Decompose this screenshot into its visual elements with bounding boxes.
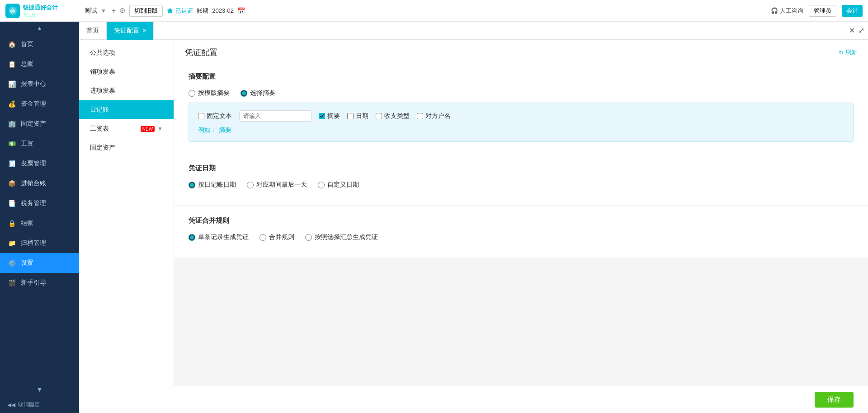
- logo-area: 会 畅捷通好会计 专业版: [5, 4, 85, 18]
- salary-icon: 💵: [7, 139, 16, 148]
- radio-merge-rule-input[interactable]: [259, 234, 266, 241]
- new-badge: NEW: [141, 126, 155, 132]
- sidebar-item-home[interactable]: 🏠 首页: [0, 34, 79, 54]
- admin-button[interactable]: 管理员: [809, 5, 836, 17]
- close-account-icon: 🔒: [7, 219, 16, 228]
- sidebar: ▲ 🏠 首页 📋 总账 📊 报表中心 💰 资金管理: [0, 22, 79, 413]
- tab-home[interactable]: 首页: [79, 22, 107, 40]
- period-value: 2023-02: [212, 7, 234, 14]
- certified-badge: 已认证: [166, 7, 193, 15]
- payroll-chevron-icon: ▼: [157, 126, 163, 132]
- summary-section-title: 摘要配置: [189, 72, 854, 81]
- left-nav-fixed-asset[interactable]: 固定资产: [79, 138, 174, 157]
- radio-select-input[interactable]: [241, 90, 247, 97]
- switch-old-button[interactable]: 切到旧版: [129, 5, 163, 17]
- tab-close-button[interactable]: ×: [143, 28, 146, 34]
- checkbox-fixed-text[interactable]: 固定文本: [198, 112, 232, 120]
- pay-type-checkbox[interactable]: [376, 113, 382, 119]
- tab-voucher-config[interactable]: 凭证配置 ×: [107, 22, 154, 40]
- add-icon[interactable]: +: [112, 7, 116, 15]
- counterpart-checkbox[interactable]: [417, 113, 423, 119]
- top-bar: 会 畅捷通好会计 专业版 测试 ▼ + ⚙ 切到旧版 已认证 账期 2023-0…: [0, 0, 868, 22]
- date-checkbox[interactable]: [347, 113, 354, 119]
- sidebar-item-settings[interactable]: ⚙️ 设置: [0, 253, 79, 273]
- dropdown-icon[interactable]: ▼: [101, 8, 106, 14]
- cancel-fixed-button[interactable]: ◀◀ 取消固定: [0, 396, 79, 413]
- sidebar-item-asset[interactable]: 🏢 固定资产: [0, 114, 79, 134]
- date-section-title: 凭证日期: [189, 164, 854, 173]
- checkbox-summary[interactable]: 摘要: [319, 112, 340, 120]
- tax-icon: 📑: [7, 199, 16, 208]
- radio-template-summary[interactable]: 按模版摘要: [189, 89, 230, 97]
- radio-template-input[interactable]: [189, 90, 195, 97]
- sidebar-item-ledger[interactable]: 📋 总账: [0, 54, 79, 74]
- radio-period-last-input[interactable]: [247, 182, 254, 188]
- calendar-icon[interactable]: 📅: [237, 7, 245, 14]
- close-panel-button[interactable]: ✕: [849, 26, 855, 35]
- radio-single[interactable]: 单条记录生成凭证: [189, 233, 249, 241]
- sidebar-item-tax[interactable]: 📑 税务管理: [0, 193, 79, 213]
- sidebar-item-guide[interactable]: 🎬 新手引导: [0, 273, 79, 293]
- accountant-button[interactable]: 会计: [842, 5, 863, 17]
- left-nav-journal[interactable]: 日记账: [79, 100, 174, 119]
- radio-single-input[interactable]: [189, 234, 195, 241]
- settings-sidebar-icon: ⚙️: [7, 258, 16, 268]
- summary-checkbox[interactable]: [319, 113, 325, 119]
- summary-config-row: 固定文本 摘要 日期: [198, 110, 844, 122]
- logo-title: 畅捷通好会计: [23, 4, 58, 12]
- summary-section: 摘要配置 按模版摘要 选择摘要: [174, 61, 868, 153]
- fixed-text-checkbox[interactable]: [198, 113, 204, 119]
- main-content: 公共选项 销项发票 进项发票 日记账 工资表 NEW ▼ 固定资产: [79, 40, 868, 386]
- radio-custom-date-input[interactable]: [318, 182, 325, 188]
- asset-icon: 🏢: [7, 119, 16, 128]
- sidebar-item-invoice[interactable]: 🧾 发票管理: [0, 154, 79, 174]
- summary-radio-group: 按模版摘要 选择摘要: [189, 89, 854, 97]
- sidebar-item-fund[interactable]: 💰 资金管理: [0, 94, 79, 114]
- left-nav-purchase[interactable]: 进项发票: [79, 81, 174, 100]
- report-icon: 📊: [7, 80, 16, 89]
- bottom-spacer: [174, 258, 868, 276]
- radio-select-summary[interactable]: 选择摘要: [241, 89, 275, 97]
- main-area: ▲ 🏠 首页 📋 总账 📊 报表中心 💰 资金管理: [0, 22, 868, 413]
- refresh-button[interactable]: ↻ 刷新: [839, 48, 857, 56]
- sidebar-item-report[interactable]: 📊 报表中心: [0, 74, 79, 94]
- sidebar-scroll-down[interactable]: ▼: [0, 383, 79, 396]
- support-button[interactable]: 🎧 人工咨询: [771, 7, 803, 15]
- sidebar-item-salary[interactable]: 💵 工资: [0, 134, 79, 154]
- radio-select-merge-input[interactable]: [305, 234, 312, 241]
- radio-journal-date[interactable]: 按日记账日期: [189, 181, 236, 189]
- fixed-text-input[interactable]: [239, 110, 311, 122]
- sidebar-scroll: 🏠 首页 📋 总账 📊 报表中心 💰 资金管理 🏢 固定资产: [0, 34, 79, 383]
- guide-icon: 🎬: [7, 278, 16, 287]
- checkbox-pay-type[interactable]: 收支类型: [376, 112, 410, 120]
- sidebar-item-archive[interactable]: 📁 归档管理: [0, 233, 79, 253]
- sidebar-scroll-up[interactable]: ▲: [0, 22, 79, 34]
- save-button[interactable]: 保存: [815, 392, 854, 408]
- radio-custom-date[interactable]: 自定义日期: [318, 181, 359, 189]
- checkbox-counterpart[interactable]: 对方户名: [417, 112, 451, 120]
- expand-panel-button[interactable]: ⤢: [859, 26, 864, 35]
- radio-merge-rule[interactable]: 合并规则: [259, 233, 294, 241]
- unpin-icon: ◀◀: [7, 402, 15, 408]
- date-section: 凭证日期 按日记账日期 对应期间最后一天: [174, 153, 868, 206]
- headset-icon: 🎧: [771, 7, 778, 14]
- logo-icon: 会: [5, 4, 20, 18]
- panel-header: 凭证配置 ↻ 刷新: [174, 40, 868, 61]
- radio-period-last[interactable]: 对应期间最后一天: [247, 181, 307, 189]
- topbar-right: 🎧 人工咨询 管理员 会计: [771, 5, 863, 17]
- radio-select-merge[interactable]: 按照选择汇总生成凭证: [305, 233, 378, 241]
- sidebar-item-close[interactable]: 🔒 结账: [0, 213, 79, 233]
- summary-config-box: 固定文本 摘要 日期: [189, 103, 854, 142]
- left-nav-payroll[interactable]: 工资表 NEW ▼: [79, 119, 174, 138]
- left-nav-public[interactable]: 公共选项: [79, 43, 174, 62]
- checkbox-date[interactable]: 日期: [347, 112, 368, 120]
- left-nav-sales[interactable]: 销项发票: [79, 62, 174, 81]
- settings-icon[interactable]: ⚙: [119, 6, 126, 15]
- tab-bar: 首页 凭证配置 × ✕ ⤢: [79, 22, 868, 40]
- fund-icon: 💰: [7, 99, 16, 108]
- archive-icon: 📁: [7, 239, 16, 248]
- sidebar-item-trade[interactable]: 📦 进销台账: [0, 174, 79, 193]
- tab-bar-right: ✕ ⤢: [849, 26, 868, 35]
- merge-radio-group: 单条记录生成凭证 合并规则 按照选择汇总生成凭证: [189, 233, 854, 241]
- radio-journal-date-input[interactable]: [189, 182, 195, 188]
